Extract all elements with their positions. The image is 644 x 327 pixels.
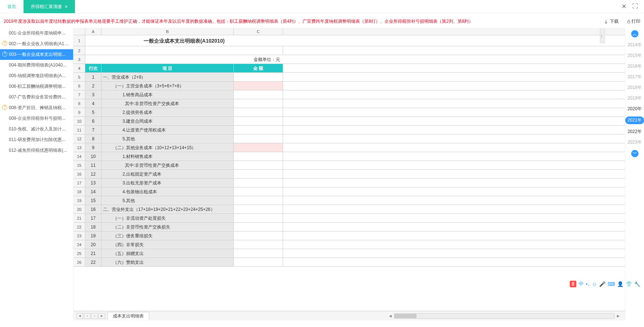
scrollbar-thumb[interactable] [394,314,416,318]
expand-right-icon[interactable]: 》 [600,29,605,43]
cell-item[interactable]: （六）赞助支出 [101,258,234,266]
cell-item[interactable]: （三）债务重组损失 [101,231,234,240]
sheet-nav-first-icon[interactable]: ◄ [76,313,83,319]
close-window-icon[interactable]: ✕ [622,3,626,10]
cell-item[interactable]: 2.出租固定资产成本 [101,170,234,178]
cell-line-no[interactable]: 1 [85,73,101,81]
ime-skin-icon[interactable]: 👕 [626,281,632,287]
scroll-right-icon[interactable]: ► [615,313,622,319]
cell-line-no[interactable]: 2 [85,82,101,90]
year-2020年[interactable]: 2020年 [627,106,642,112]
row-header[interactable]: 24 [74,240,85,249]
cell-item[interactable]: 5.其他 [101,196,234,205]
cell-item[interactable]: （二）非货币性资产交换损失 [101,223,234,231]
row-header[interactable]: 23 [74,231,85,240]
cell-amount[interactable] [234,152,283,161]
close-icon[interactable]: × [65,0,68,13]
row-header[interactable]: 10 [74,117,85,125]
cell-amount[interactable] [234,126,283,134]
cell-line-no[interactable]: 19 [85,231,101,240]
sidebar-item-3[interactable]: 004-期间费用明细表(A1040... [0,60,73,71]
cell-amount[interactable] [234,231,283,240]
year-2014年[interactable]: 2014年 [627,42,642,48]
cell-amount[interactable] [234,108,283,116]
cell-amount[interactable] [234,214,283,222]
ime-tools-icon[interactable]: 🔧 [634,281,640,287]
sidebar-item-6[interactable]: 007-广告费和业务宣传费跨... [0,92,73,103]
cell-amount[interactable] [234,117,283,125]
cell-item[interactable]: 其中:非货币性资产交换成本 [101,161,234,169]
year-2017年[interactable]: 2017年 [627,74,642,80]
cell-line-no[interactable]: 4 [85,99,101,108]
cell-line-no[interactable]: 17 [85,214,101,222]
cell-item[interactable]: 二、营业外支出（17+18+19+20+21+22+23+24+25+26） [101,205,234,213]
corner-cell[interactable] [74,28,85,35]
sidebar-item-4[interactable]: 005-纳税调整项目明细表(A... [0,71,73,81]
cell-item[interactable]: 3.出租无形资产成本 [101,179,234,187]
cell-line-no[interactable]: 7 [85,126,101,134]
cell-line-no[interactable]: 9 [85,143,101,152]
cell-line-no[interactable]: 6 [85,117,101,125]
scroll-left-icon[interactable]: ◄ [387,313,394,319]
ime-user-icon[interactable]: 👤 [617,281,623,287]
cell-line-no[interactable]: 10 [85,152,101,161]
cell-line-no[interactable]: 3 [85,90,101,99]
row-header[interactable]: 1 [74,35,85,46]
row-header[interactable]: 14 [74,152,85,161]
cell-amount[interactable] [234,240,283,249]
cell-amount[interactable] [234,223,283,231]
tab-home[interactable]: 首页 [0,0,24,13]
sidebar-item-9[interactable]: 010-免税、减计收入及加计... [0,124,73,134]
cell-amount[interactable] [234,179,283,187]
cell-item[interactable]: 4.包装物出租成本 [101,187,234,196]
scroll-down-icon[interactable]: ︾ [631,150,638,157]
cell-amount[interactable] [234,73,283,81]
year-2021年[interactable]: 2021年 [625,116,644,124]
row-header[interactable]: 18 [74,187,85,196]
row-header[interactable]: 6 [74,82,85,90]
ime-emoji-icon[interactable]: ☺ [592,281,597,287]
cell-line-no[interactable]: 16 [85,205,101,213]
row-header[interactable]: 13 [74,143,85,152]
cell-amount[interactable] [234,82,283,90]
ime-logo-icon[interactable]: S [570,281,576,287]
cell-item[interactable]: （二）其他业务成本（10+12+13+14+15） [101,143,234,152]
row-header[interactable]: 5 [74,73,85,81]
tab-active[interactable]: 所得税汇算清缴 × [24,0,75,13]
scroll-up-icon[interactable]: ︽ [631,30,638,37]
cell-amount[interactable] [234,249,283,258]
row-header[interactable]: 7 [74,90,85,99]
sidebar-item-0[interactable]: 001-企业所得税年度纳税申... [0,28,73,39]
cell-item[interactable]: 其中:非货币性资产交换成本 [101,99,234,108]
print-button[interactable]: ⎙ 打印 [627,18,640,25]
ime-mic-icon[interactable]: 🎤 [599,281,605,287]
ime-keyboard-icon[interactable]: ⌨ [608,281,615,287]
cell-item[interactable]: （五）捐赠支出 [101,249,234,258]
cell-amount[interactable] [234,258,283,266]
row-header[interactable]: 9 [74,108,85,116]
cell-amount[interactable] [234,161,283,169]
year-2019年[interactable]: 2019年 [627,95,642,101]
cell-amount[interactable] [234,143,283,152]
row-header[interactable]: 16 [74,170,85,178]
ime-lang[interactable]: 中 [579,281,584,287]
cell-item[interactable]: （四）非常损失 [101,240,234,249]
cell-line-no[interactable]: 12 [85,170,101,178]
cell-item[interactable]: 4.让渡资产使用权成本 [101,126,234,134]
cell-amount[interactable] [234,134,283,143]
row-header[interactable]: 15 [74,161,85,169]
row-header[interactable]: 20 [74,205,85,213]
year-2016年[interactable]: 2016年 [627,63,642,69]
cell-amount[interactable] [234,170,283,178]
sidebar-item-2[interactable]: ?003-一般企业成本支出明细... [0,49,73,60]
col-header-c[interactable]: C [234,28,283,35]
col-header-a[interactable]: A [85,28,101,35]
cell-line-no[interactable]: 5 [85,108,101,116]
sheet-tab-active[interactable]: 成本支出明细表 [107,312,149,320]
row-header[interactable]: 12 [74,134,85,143]
year-2018年[interactable]: 2018年 [627,85,642,91]
year-2022年[interactable]: 2022年 [627,129,642,135]
row-header[interactable]: 17 [74,179,85,187]
row-header[interactable]: 11 [74,126,85,134]
sidebar-item-1[interactable]: ?002-一般企业收入明细表(A10... [0,39,73,49]
